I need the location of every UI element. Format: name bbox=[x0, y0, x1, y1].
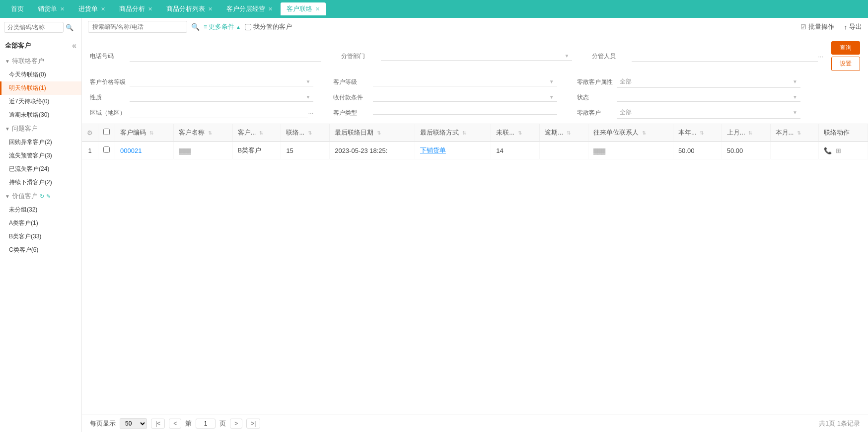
retail-attr-select[interactable]: 全部 ▼ bbox=[617, 76, 800, 88]
manager-input[interactable] bbox=[632, 51, 818, 62]
th-settings[interactable]: ⚙ bbox=[82, 124, 98, 142]
customer-level-label: 客户等级 bbox=[333, 78, 373, 86]
th-overdue[interactable]: 逾期... ⇅ bbox=[540, 124, 588, 142]
close-tab-product-list[interactable]: ✕ bbox=[208, 6, 213, 12]
phone-label: 电话号码 bbox=[90, 52, 130, 61]
grid-action-icon[interactable]: ⊞ bbox=[836, 147, 841, 154]
sidebar-item-ungrouped[interactable]: 未分组(32) bbox=[0, 203, 81, 216]
sidebar-section-problem[interactable]: ▼ 问题客户 bbox=[0, 122, 81, 136]
row-checkbox[interactable] bbox=[103, 146, 110, 153]
refresh-icon[interactable]: ↻ bbox=[40, 193, 44, 200]
dept-select[interactable]: ▼ bbox=[381, 52, 573, 61]
region-more-icon[interactable]: ··· bbox=[308, 109, 313, 117]
page-number-input[interactable] bbox=[196, 419, 216, 429]
nav-sales-order[interactable]: 销货单✕ bbox=[32, 2, 71, 15]
table-footer: 每页显示 50 100 200 |< < 第 页 > >| 共1页 1条记录 bbox=[82, 415, 868, 432]
region-label: 区域（地区） bbox=[90, 109, 130, 117]
prev-page-button[interactable]: < bbox=[169, 419, 181, 429]
status-label: 状态 bbox=[577, 93, 617, 102]
th-last-contact-method[interactable]: 最后联络方式 ⇅ bbox=[415, 124, 491, 142]
customer-level-select[interactable]: ▼ bbox=[373, 77, 557, 86]
contact-method-link[interactable]: 下销货单 bbox=[420, 146, 446, 154]
th-last-contact-date[interactable]: 最后联络日期 ⇅ bbox=[330, 124, 415, 142]
payment-select[interactable]: ▼ bbox=[373, 93, 557, 102]
nav-home[interactable]: 首页 bbox=[5, 2, 30, 15]
sidebar-collapse-icon[interactable]: « bbox=[72, 41, 76, 50]
status-select[interactable]: ▼ bbox=[617, 93, 800, 102]
nav-product-analysis[interactable]: 商品分析✕ bbox=[113, 2, 158, 15]
th-customer-code[interactable]: 客户编码 ⇅ bbox=[115, 124, 174, 142]
sidebar-item-churn-warning[interactable]: 流失预警客户(3) bbox=[0, 149, 81, 162]
th-contact-person[interactable]: 往来单位联系人 ⇅ bbox=[588, 124, 673, 142]
th-customer-name[interactable]: 客户名称 ⇅ bbox=[174, 124, 232, 142]
sidebar-item-b-class[interactable]: B类客户(33) bbox=[0, 230, 81, 243]
nav-customer-layering[interactable]: 客户分层经营✕ bbox=[220, 2, 279, 15]
filter-search-input[interactable] bbox=[88, 21, 187, 33]
retail-customer-label: 零散客户 bbox=[577, 109, 617, 117]
chevron-up-icon: ▲ bbox=[236, 24, 241, 30]
my-customers-checkbox[interactable] bbox=[245, 24, 251, 30]
close-tab-sales[interactable]: ✕ bbox=[60, 6, 65, 12]
sidebar-all-customers[interactable]: 全部客户 « bbox=[0, 37, 81, 54]
close-tab-customer-layer[interactable]: ✕ bbox=[268, 6, 273, 12]
customer-type-select[interactable] bbox=[373, 111, 557, 115]
th-contact-action: 联络动作 bbox=[819, 124, 868, 142]
arrow-icon-3: ▼ bbox=[5, 194, 10, 199]
price-level-select[interactable]: ▼ bbox=[130, 77, 313, 86]
top-navigation: 首页 销货单✕ 进货单✕ 商品分析✕ 商品分析列表✕ 客户分层经营✕ 客户联络✕ bbox=[0, 0, 868, 18]
filter-search-button[interactable]: 🔍 bbox=[191, 23, 200, 31]
customer-code-link[interactable]: 000021 bbox=[120, 147, 142, 154]
next-page-button[interactable]: > bbox=[230, 419, 242, 429]
sidebar-item-churned[interactable]: 已流失客户(24) bbox=[0, 162, 81, 176]
close-tab-product-analysis[interactable]: ✕ bbox=[148, 6, 152, 12]
sidebar-item-a-class[interactable]: A类客户(1) bbox=[0, 216, 81, 230]
th-this-month[interactable]: 本月... ⇅ bbox=[770, 124, 819, 142]
first-page-button[interactable]: |< bbox=[151, 419, 165, 429]
sidebar-section-pending[interactable]: ▼ 待联络客户 bbox=[0, 54, 81, 68]
settings-button[interactable]: 设置 bbox=[831, 57, 860, 71]
select-all-checkbox[interactable] bbox=[103, 129, 110, 135]
content-area: 🔍 ≡ 更多条件 ▲ 我分管的客户 ☑ 批量操作 ↑ 导出 bbox=[82, 18, 868, 432]
contact-person-masked: ▓▓▓ bbox=[593, 148, 605, 154]
export-button[interactable]: ↑ 导出 bbox=[844, 22, 863, 31]
arrow-icon: ▼ bbox=[5, 59, 10, 64]
manager-more-icon[interactable]: ··· bbox=[818, 53, 823, 60]
th-last-month[interactable]: 上月... ⇅ bbox=[722, 124, 770, 142]
sidebar-item-7day-contact[interactable]: 近7天待联络(0) bbox=[0, 95, 81, 108]
filter-payment-field: 收付款条件 ▼ bbox=[333, 93, 557, 102]
sidebar-section-value[interactable]: ▼ 价值客户 ↻ ✎ bbox=[0, 189, 81, 203]
page-size-select[interactable]: 50 100 200 bbox=[120, 418, 147, 429]
sidebar-item-overdue-contact[interactable]: 逾期未联络(30) bbox=[0, 108, 81, 122]
th-not-contacted[interactable]: 未联... ⇅ bbox=[491, 124, 540, 142]
sidebar-item-today-contact[interactable]: 今天待联络(0) bbox=[0, 68, 81, 81]
th-contact-count[interactable]: 联络... ⇅ bbox=[281, 124, 330, 142]
query-button[interactable]: 查询 bbox=[831, 41, 860, 55]
nav-customer-contact[interactable]: 客户联络✕ bbox=[281, 2, 326, 15]
sort-arrows-last-month: ⇅ bbox=[748, 130, 752, 136]
th-customer-type[interactable]: 客户... ⇅ bbox=[232, 124, 281, 142]
sidebar-item-repurchase-abnormal[interactable]: 回购异常客户(2) bbox=[0, 136, 81, 149]
edit-icon[interactable]: ✎ bbox=[46, 193, 51, 200]
close-tab-purchase[interactable]: ✕ bbox=[101, 6, 105, 12]
phone-action-icon[interactable]: 📞 bbox=[824, 147, 832, 154]
close-tab-customer-contact[interactable]: ✕ bbox=[315, 6, 320, 12]
last-page-button[interactable]: >| bbox=[246, 419, 260, 429]
sidebar-search-input[interactable] bbox=[4, 22, 64, 33]
nav-purchase-order[interactable]: 进货单✕ bbox=[72, 2, 111, 15]
sidebar-item-tomorrow-contact[interactable]: 明天待联络(1) bbox=[0, 81, 81, 95]
sidebar-item-c-class[interactable]: C类客户(6) bbox=[0, 243, 81, 257]
sidebar-item-declining[interactable]: 持续下滑客户(2) bbox=[0, 176, 81, 189]
region-input[interactable] bbox=[130, 108, 308, 118]
filter-manager-field: 分管人员 ··· bbox=[592, 51, 823, 62]
phone-input[interactable] bbox=[130, 51, 321, 62]
customer-table-area: ⚙ 客户编码 ⇅ 客户名称 ⇅ 客户... bbox=[82, 124, 868, 415]
page-label: 第 bbox=[185, 419, 192, 428]
more-conditions-toggle[interactable]: ≡ 更多条件 ▲ bbox=[204, 22, 241, 31]
th-this-year[interactable]: 本年... ⇅ bbox=[673, 124, 722, 142]
nav-product-analysis-list[interactable]: 商品分析列表✕ bbox=[160, 2, 218, 15]
batch-operation-button[interactable]: ☑ 批量操作 bbox=[800, 22, 834, 31]
sidebar-search-icon[interactable]: 🔍 bbox=[66, 24, 73, 31]
nature-select[interactable]: ▼ bbox=[130, 93, 313, 102]
retail-customer-select[interactable]: 全部 ▼ bbox=[617, 107, 800, 119]
customer-name-masked: ▓▓▓ bbox=[179, 148, 191, 154]
